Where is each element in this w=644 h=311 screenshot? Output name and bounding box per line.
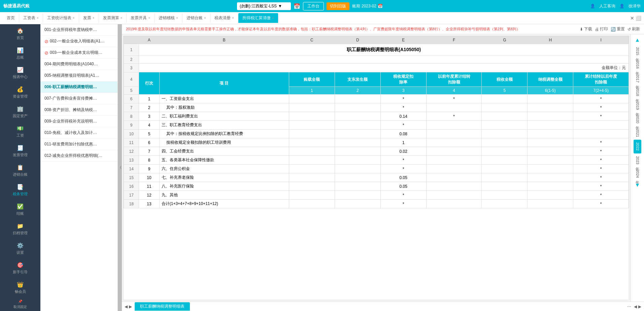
tab-payroll-stats-close[interactable]: × [73, 16, 75, 20]
sheet-tab-active[interactable]: 职工薪酬纳税调整明细表 [135, 302, 190, 311]
sidebar-assets-label: 固定资产 [13, 113, 28, 118]
col-header-E: E [380, 36, 426, 44]
tab-payroll[interactable]: 工资表 × [19, 13, 43, 23]
form-item-008[interactable]: 008-资产折旧、摊销及纳税… [40, 104, 117, 116]
top-bar-center: (勿删) 江西般宝-LSS ▼ 📅 工作台 切到旧版 账期 2023-02 📅 [237, 2, 383, 10]
reset-button[interactable]: 🔄 重置 [611, 26, 625, 32]
sidebar-item-tax[interactable]: 📑 税务管理 [0, 180, 40, 200]
year-2020[interactable]: 2020年 [634, 112, 641, 126]
sidebar-item-settings[interactable]: ⚙️ 设置 [0, 239, 40, 258]
purchase-sales-icon: 📋 [17, 164, 24, 171]
form-item-011[interactable]: 011-研发费用加计扣除优惠… [40, 139, 117, 150]
sidebar-item-general-ledger[interactable]: 📊 总账 [0, 44, 40, 63]
year-2024[interactable]: 2024年 [634, 167, 641, 180]
form-item-009[interactable]: 009-企业所得税补充说明明… [40, 116, 117, 127]
year-2018[interactable]: 2018年 [634, 85, 641, 99]
period-label: 账期 [352, 3, 360, 9]
year-2022[interactable]: 2022年 [634, 140, 641, 153]
main-content: 2019年度及取以前年度结转数据的申报表单元格需要手工操作正确，才能保证本年及以… [122, 24, 644, 311]
download-button[interactable]: ⬇ 下载 [580, 26, 592, 32]
tab-invoice-close[interactable]: × [93, 16, 95, 20]
tab-invoice-open-close[interactable]: × [148, 16, 150, 20]
spreadsheet-container[interactable]: A B C D E F G H I [123, 36, 629, 300]
year-2017[interactable]: 2017年 [634, 72, 641, 85]
tab-tax-register-close[interactable]: × [232, 16, 234, 20]
year-2016[interactable]: 2016年 [634, 58, 641, 71]
sidebar-item-archive[interactable]: 📁 归档管理 [0, 219, 40, 239]
tab-invoice[interactable]: 发票 × [79, 13, 99, 23]
refresh-button[interactable]: ↺ 刷新 [628, 26, 640, 32]
window-maximize-icon[interactable]: ⬜ [636, 15, 641, 21]
sidebar-item-guide[interactable]: 🎯 新手引导 [0, 258, 40, 278]
sidebar-item-invoice-mgmt[interactable]: 🧾 发票管理 [0, 141, 40, 161]
form-item-005[interactable]: 005-纳税调整项目明细表(A1… [40, 70, 117, 81]
support-label[interactable]: 人工客询 [599, 3, 615, 9]
nav-right-icon[interactable]: ▶ [129, 304, 132, 309]
tab-home[interactable]: 首页 [3, 13, 19, 23]
year-2023[interactable]: 2023年 [634, 153, 641, 167]
sidebar-item-assets[interactable]: 🏢 固定资产 [0, 102, 40, 122]
tab-sales-ledger[interactable]: 进销台账 × [182, 13, 210, 23]
tab-sales-ledger-close[interactable]: × [204, 16, 206, 20]
form-item-006[interactable]: 006-职工薪酬纳税调整明细… [40, 81, 117, 93]
switch-old-version-button[interactable]: 切到旧版 [327, 2, 349, 10]
row-num-14: 14 [124, 165, 139, 173]
tab-income-tax-close[interactable]: × [272, 16, 274, 20]
user-label[interactable]: 徐泽华 [629, 3, 641, 9]
print-button[interactable]: 🖨 打印 [595, 26, 608, 32]
sidebar-item-membership[interactable]: 👑 畅会员 [0, 278, 40, 298]
sidebar-item-reports[interactable]: 📈 报表中心 [0, 63, 40, 83]
collapse-toggle[interactable]: 《 [118, 24, 122, 311]
year-nav-up[interactable]: ▲ [634, 36, 642, 44]
action-buttons: ⬇ 下载 🖨 打印 🔄 重置 ↺ 刷新 [580, 26, 640, 32]
workbench-button[interactable]: 工作台 [303, 2, 324, 10]
year-2015[interactable]: 2015年 [634, 44, 641, 58]
tab-tax-register[interactable]: 税表清册 × [210, 13, 238, 23]
col-header-I: I [573, 36, 629, 44]
form-item-004[interactable]: 004-期间费用明细表(A1040… [40, 59, 117, 70]
sidebar-item-payroll[interactable]: 💵 工资 [0, 122, 40, 141]
more-icon[interactable]: ⋯ [627, 304, 631, 309]
tab-payroll-close[interactable]: × [37, 16, 39, 20]
tab-invoice-calc[interactable]: 发票测算 × [99, 13, 127, 23]
company-selector[interactable]: (勿删) 江西般宝-LSS ▼ [237, 2, 291, 10]
table-row: 18 13 合计(1+3+4+7+8+9+10+11+12) * * [124, 200, 629, 208]
sidebar-item-unpin[interactable]: 📌 取消固定 [0, 298, 40, 311]
col-header-F: F [426, 36, 482, 44]
window-close-icon[interactable]: ✕ [630, 15, 634, 21]
app-title: 畅捷通易代账 [3, 3, 30, 9]
tab-invoice-open[interactable]: 发票开具 × [127, 13, 155, 23]
year-nav-down[interactable]: ▼ [634, 181, 642, 189]
archive-icon: 📁 [17, 223, 24, 229]
tab-sales-check-close[interactable]: × [176, 16, 178, 20]
tab-sales-check[interactable]: 进销稽核 × [155, 13, 182, 23]
tab-home-label: 首页 [7, 15, 15, 21]
form-item-010[interactable]: 010-免税、减计收入及加计… [40, 127, 117, 139]
form-item-002[interactable]: ⊘ 002-一般企业收入明细表(A1… [40, 36, 117, 47]
tab-invoice-calc-close[interactable]: × [121, 16, 123, 20]
scroll-left-icon[interactable]: ◀ [634, 304, 637, 309]
table-row: 17 12 九、其他 * * [124, 191, 629, 200]
form-008-label: 008-资产折旧、摊销及纳税… [44, 107, 97, 113]
form-item-001[interactable]: 001-企业所得税年度纳税申… [40, 24, 117, 36]
sidebar-reports-label: 报表中心 [13, 74, 28, 79]
scroll-right-icon[interactable]: ▶ [638, 304, 641, 309]
print-label: 打印 [600, 26, 608, 32]
form-item-003[interactable]: ⊘ 003-一般企业成本支出明细… [40, 47, 117, 59]
table-row: 3 金额单位：元 [124, 64, 629, 72]
nav-left-icon[interactable]: ◀ [125, 304, 128, 309]
form-item-007[interactable]: 007-广告费和业务宣传费摊… [40, 93, 117, 104]
form-item-012[interactable]: 012-减免企业所得税优惠明细(… [40, 150, 117, 162]
sidebar-closing-label: 结账 [16, 211, 24, 216]
sidebar-item-closing[interactable]: ✅ 结账 [0, 200, 40, 219]
tab-payroll-stats[interactable]: 工资统计报表 × [43, 13, 79, 23]
year-2019[interactable]: 2019年 [634, 99, 641, 112]
sidebar-item-home[interactable]: 🏠 首页 [0, 24, 40, 44]
sub-col-3: 3 [380, 87, 426, 95]
ledger-icon: 📊 [17, 47, 24, 54]
sidebar-item-funds[interactable]: 💰 资金管理 [0, 83, 40, 102]
tab-income-tax[interactable]: 所得税汇算清缴 × [238, 13, 278, 23]
sidebar-item-purchase-sales[interactable]: 📋 进销台账 [0, 161, 40, 180]
tab-invoice-label: 发票 [83, 15, 91, 21]
year-2021[interactable]: 2021年 [634, 126, 641, 140]
